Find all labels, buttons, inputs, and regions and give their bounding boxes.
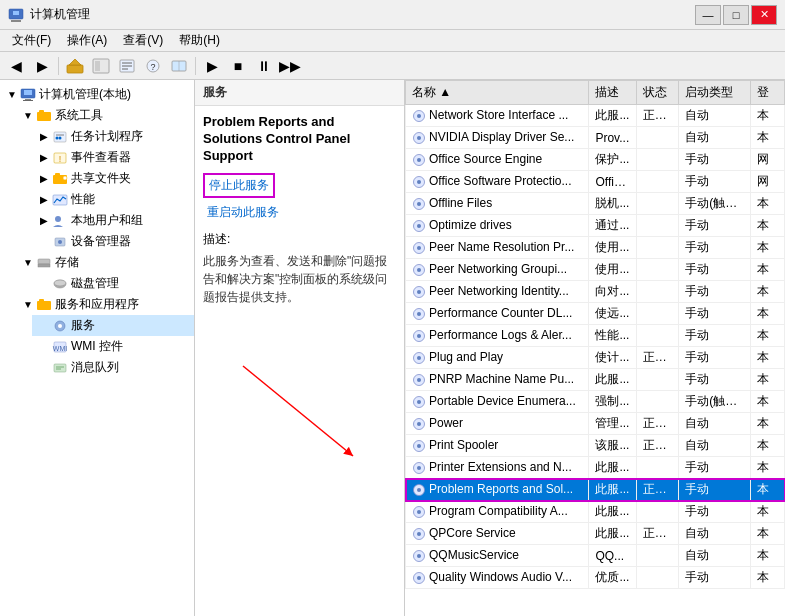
table-row[interactable]: Office Source Engine保护...手动网 [406, 149, 785, 171]
table-row[interactable]: Performance Logs & Aler...性能...手动本 [406, 325, 785, 347]
service-desc: 通过... [589, 215, 636, 237]
local-users-label: 本地用户和组 [71, 212, 143, 229]
table-row[interactable]: Office Software Protectio...Offic...手动网 [406, 171, 785, 193]
svg-rect-28 [55, 173, 60, 176]
forward-button[interactable]: ▶ [30, 55, 54, 77]
table-row[interactable]: Offline Files脱机...手动(触发...本 [406, 193, 785, 215]
services-apps-expand[interactable]: ▼ [20, 299, 36, 310]
tree-performance[interactable]: ▶ 性能 [32, 189, 194, 210]
table-row[interactable]: Power管理...正在...自动本 [406, 413, 785, 435]
tree-root-expand[interactable]: ▼ [4, 89, 20, 100]
tree-services-apps[interactable]: ▼ 服务和应用程序 [16, 294, 194, 315]
tree-message-queue[interactable]: 消息队列 [32, 357, 194, 378]
performance-expand[interactable]: ▶ [36, 194, 52, 205]
table-row[interactable]: PNRP Machine Name Pu...此服...手动本 [406, 369, 785, 391]
services-label: 服务 [71, 317, 95, 334]
service-desc: 此服... [589, 369, 636, 391]
table-row[interactable]: Network Store Interface ...此服...正在...自动本 [406, 105, 785, 127]
table-row[interactable]: Plug and Play使计...正在...手动本 [406, 347, 785, 369]
detail-panel: 服务 Problem Reports and Solutions Control… [195, 80, 405, 616]
col-header-desc[interactable]: 描述 [589, 81, 636, 105]
svg-point-33 [58, 240, 62, 244]
service-desc: 保护... [589, 149, 636, 171]
service-desc: 优质... [589, 567, 636, 589]
service-status [636, 391, 678, 413]
table-row[interactable]: QPCore Service此服...正在...自动本 [406, 523, 785, 545]
help-btn[interactable]: ? [141, 55, 165, 77]
maximize-button[interactable]: □ [723, 5, 749, 25]
close-button[interactable]: ✕ [751, 5, 777, 25]
table-row[interactable]: Performance Counter DL...使远...手动本 [406, 303, 785, 325]
stop-service-btn[interactable]: ■ [226, 55, 250, 77]
service-startup: 手动 [679, 369, 751, 391]
table-row[interactable]: Optimize drives通过...手动本 [406, 215, 785, 237]
shared-folders-label: 共享文件夹 [71, 170, 131, 187]
device-manager-label: 设备管理器 [71, 233, 131, 250]
col-header-name[interactable]: 名称 ▲ [406, 81, 589, 105]
shared-folders-expand[interactable]: ▶ [36, 173, 52, 184]
services-table-container: 名称 ▲ 描述 状态 启动类型 登 Network Store Interfac… [405, 80, 785, 616]
service-desc: 此服... [589, 523, 636, 545]
table-row[interactable]: Peer Networking Identity...向对...手动本 [406, 281, 785, 303]
tree-storage[interactable]: ▼ 存储 [16, 252, 194, 273]
properties-btn[interactable] [115, 55, 139, 77]
table-row[interactable]: Peer Networking Groupi...使用...手动本 [406, 259, 785, 281]
svg-point-69 [417, 334, 421, 338]
back-button[interactable]: ◀ [4, 55, 28, 77]
disk-management-icon [52, 276, 68, 292]
service-startup: 手动 [679, 215, 751, 237]
table-row[interactable]: Portable Device Enumera...强制...手动(触发...本 [406, 391, 785, 413]
tree-root[interactable]: ▼ 计算机管理(本地) [0, 84, 194, 105]
table-row[interactable]: Print Spooler该服...正在...自动本 [406, 435, 785, 457]
col-header-logon[interactable]: 登 [750, 81, 784, 105]
table-row[interactable]: Printer Extensions and N...此服...手动本 [406, 457, 785, 479]
menu-view[interactable]: 查看(V) [115, 30, 171, 51]
svg-point-59 [417, 224, 421, 228]
show-hide-btn[interactable] [89, 55, 113, 77]
up-button[interactable] [63, 55, 87, 77]
service-desc: 性能... [589, 325, 636, 347]
table-row[interactable]: Peer Name Resolution Pr...使用...手动本 [406, 237, 785, 259]
service-startup: 手动 [679, 567, 751, 589]
pause-service-btn[interactable]: ⏸ [252, 55, 276, 77]
tree-system-tools[interactable]: ▼ 系统工具 [16, 105, 194, 126]
service-name: Plug and Play [429, 350, 503, 364]
svg-point-29 [63, 176, 67, 180]
tree-services[interactable]: 服务 [32, 315, 194, 336]
tree-device-manager[interactable]: 设备管理器 [32, 231, 194, 252]
service-status [636, 303, 678, 325]
tree-local-users[interactable]: ▶ 本地用户和组 [32, 210, 194, 231]
tree-wmi[interactable]: WMI WMI 控件 [32, 336, 194, 357]
view-btn[interactable] [167, 55, 191, 77]
storage-expand[interactable]: ▼ [20, 257, 36, 268]
service-status [636, 259, 678, 281]
col-header-status[interactable]: 状态 [636, 81, 678, 105]
col-header-startup[interactable]: 启动类型 [679, 81, 751, 105]
local-users-expand[interactable]: ▶ [36, 215, 52, 226]
service-logon: 本 [750, 413, 784, 435]
service-status [636, 193, 678, 215]
system-tools-expand[interactable]: ▼ [20, 110, 36, 121]
stop-service-link[interactable]: 停止此服务 [203, 173, 275, 198]
menu-action[interactable]: 操作(A) [59, 30, 115, 51]
table-row[interactable]: QQMusicServiceQQ...自动本 [406, 545, 785, 567]
tree-disk-management[interactable]: 磁盘管理 [32, 273, 194, 294]
event-viewer-expand[interactable]: ▶ [36, 152, 52, 163]
svg-point-77 [417, 422, 421, 426]
tree-event-viewer[interactable]: ▶ ! 事件查看器 [32, 147, 194, 168]
table-row[interactable]: NVIDIA Display Driver Se...Prov...自动本 [406, 127, 785, 149]
restart-service-btn[interactable]: ▶▶ [278, 55, 302, 77]
table-row[interactable]: Problem Reports and Sol...此服...正在...手动本 [406, 479, 785, 501]
service-status [636, 567, 678, 589]
start-service-btn[interactable]: ▶ [200, 55, 224, 77]
tree-shared-folders[interactable]: ▶ 共享文件夹 [32, 168, 194, 189]
svg-point-61 [417, 246, 421, 250]
menu-help[interactable]: 帮助(H) [171, 30, 228, 51]
minimize-button[interactable]: — [695, 5, 721, 25]
restart-service-link[interactable]: 重启动此服务 [203, 202, 396, 223]
tree-task-scheduler[interactable]: ▶ 任务计划程序 [32, 126, 194, 147]
menu-file[interactable]: 文件(F) [4, 30, 59, 51]
table-row[interactable]: Quality Windows Audio V...优质...手动本 [406, 567, 785, 589]
table-row[interactable]: Program Compatibility A...此服...手动本 [406, 501, 785, 523]
task-scheduler-expand[interactable]: ▶ [36, 131, 52, 142]
